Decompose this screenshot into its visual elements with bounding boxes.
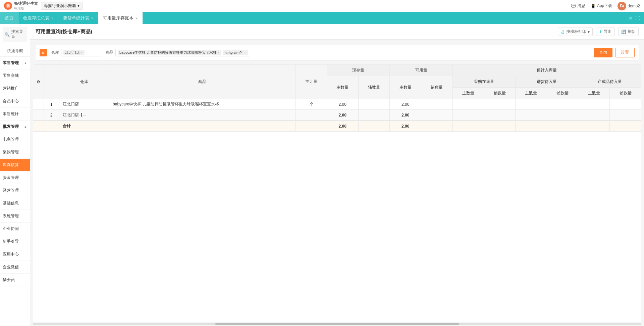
sidebar-item-purchase[interactable]: 采购管理 [0, 146, 30, 159]
tag-close-icon[interactable]: × [81, 51, 83, 54]
total-label: 合计 [59, 121, 109, 132]
tab-order-stats[interactable]: 要货单统计表 × [58, 12, 98, 24]
tag-close-icon[interactable]: × [218, 51, 220, 54]
sidebar-item-retail-stats[interactable]: 零售统计 [0, 108, 30, 121]
cell-index: 1 [44, 99, 59, 110]
cell-prod-aux [610, 110, 641, 121]
more-icon[interactable]: ··· [86, 50, 89, 55]
cell-unit [296, 110, 327, 121]
th-unit: 主计量 [296, 65, 327, 99]
sidebar-item-enterprise-wechat[interactable]: 企业微信 [0, 261, 30, 274]
th-index [44, 65, 59, 99]
th-gear[interactable]: ⚙ [33, 65, 44, 99]
tab-label: 收发存汇总表 [23, 15, 49, 21]
warehouse-filter-input[interactable]: 江北门店 × ··· [61, 49, 101, 56]
cell-avail-aux [421, 110, 453, 121]
sidebar-item-retail-mgmt[interactable]: 零售管理 ▲ [0, 57, 30, 69]
close-icon[interactable]: × [91, 16, 93, 20]
filter-product-group: 商品 babycare学饮杯 儿童防摔防撞吸管杯重力球吸嘴杯宝宝水杯 × bab… [105, 49, 250, 56]
logo-icon: 畅 [4, 2, 12, 10]
sidebar-item-enterprise-collab[interactable]: 企业协同 [0, 223, 30, 235]
print-icon: 🖨 [561, 30, 565, 34]
setting-btn[interactable]: 设置 [615, 48, 635, 57]
nav-tabs: 首页 收发存汇总表 × 要货单统计表 × 可用量库存账本 × ✕ ⛶ [0, 12, 644, 24]
cell-warehouse: 江北门店 [59, 99, 109, 110]
page-title: 可用量查询(按仓库+商品) [36, 29, 92, 35]
sidebar-item-wholesale-mgmt[interactable]: 批发管理 ▲ [0, 121, 30, 133]
phone-icon: 📱 [591, 4, 596, 8]
logo-text: 畅捷通好生意 [14, 1, 38, 6]
cell-unit: 个 [296, 99, 327, 110]
sidebar-item-onboarding[interactable]: 新手引导 [0, 235, 30, 248]
industry-selector[interactable]: 母婴行业演示账套 ▾ [41, 2, 83, 10]
print-btn[interactable]: 🖨 按模板打印 ▾ [558, 28, 593, 36]
cell-warehouse: 江北门店【... [59, 110, 109, 121]
user-menu[interactable]: Ea demo2 [618, 2, 640, 10]
sidebar-item-operations[interactable]: 经营管理 [0, 184, 30, 197]
product-tag-2: babycare? ··· [223, 50, 248, 55]
sidebar-item-system[interactable]: 系统管理 [0, 210, 30, 223]
tab-home[interactable]: 首页 [0, 12, 18, 24]
product-filter-input[interactable]: babycare学饮杯 儿童防摔防撞吸管杯重力球吸嘴杯宝宝水杯 × babyca… [115, 49, 250, 56]
total-stock-main: 2.00 [327, 121, 358, 132]
tab-label: 要货单统计表 [63, 15, 89, 21]
scroll-thumb[interactable] [215, 323, 459, 325]
cell-stock-main: 2.00 [327, 99, 358, 110]
horizontal-scrollbar[interactable] [30, 322, 644, 326]
close-all-icon[interactable]: ✕ [629, 15, 633, 21]
cell-stock-aux [358, 110, 390, 121]
table-row: 1 江北门店 babycare学饮杯 儿童防摔防撞吸管杯重力球吸嘴杯宝宝水杯 个… [33, 99, 641, 110]
chevron-up-icon: ▲ [24, 61, 27, 65]
export-btn[interactable]: ⬆ 导出 [596, 28, 615, 36]
more-icon[interactable]: ··· [243, 50, 246, 55]
cell-purchase-main [452, 110, 484, 121]
message-btn[interactable]: 💬 消息 [571, 3, 585, 9]
cell-avail-main: 2.00 [390, 110, 421, 121]
th-forecast-group: 预计入库量 [452, 65, 641, 76]
close-icon[interactable]: × [51, 16, 53, 20]
chevron-down-icon: ▾ [77, 3, 79, 8]
th-incoming-aux: 辅数量 [547, 88, 578, 99]
quick-nav-btn[interactable]: 快捷导航 [0, 45, 30, 57]
export-icon: ⬆ [599, 30, 602, 34]
total-prod-aux [610, 121, 641, 132]
tab-available-stock[interactable]: 可用量库存账本 × [98, 12, 143, 24]
filter-actions: 查询 设置 [594, 48, 635, 57]
sidebar-item-members[interactable]: 会员中心 [0, 95, 30, 108]
sidebar-item-retail-mall[interactable]: 零售商城 [0, 69, 30, 82]
cell-gear[interactable] [33, 110, 44, 121]
expand-icon[interactable]: ⛶ [635, 15, 640, 21]
total-incoming-aux [547, 121, 578, 132]
cell-purchase-main [452, 99, 484, 110]
home-tab-label: 首页 [5, 15, 13, 21]
query-btn[interactable]: 查询 [594, 48, 612, 57]
sidebar-item-inventory[interactable]: 库存核算 [0, 159, 30, 172]
filter-expand-btn[interactable]: » [40, 49, 47, 56]
search-menu-btn[interactable]: 🔍 搜索菜单 [3, 27, 27, 42]
total-incoming-main [516, 121, 547, 132]
sidebar-item-app-center[interactable]: 应用中心 [0, 248, 30, 261]
total-gear [33, 121, 44, 132]
total-prod-main [578, 121, 610, 132]
cell-prod-main [578, 99, 610, 110]
scroll-track[interactable] [33, 323, 641, 325]
refresh-btn[interactable]: 🔄 刷新 [618, 28, 639, 36]
app-download-btn[interactable]: 📱 App下载 [591, 3, 612, 9]
th-stock-group: 现存量 [327, 65, 389, 76]
refresh-icon: 🔄 [621, 30, 626, 34]
cell-stock-aux [358, 99, 390, 110]
th-incoming-main: 主数量 [516, 88, 547, 99]
cell-gear[interactable] [33, 99, 44, 110]
tab-receive-summary[interactable]: 收发存汇总表 × [18, 12, 58, 24]
th-purchase-aux: 辅数量 [484, 88, 516, 99]
sidebar-item-vip[interactable]: 畅会员 [0, 274, 30, 286]
sidebar-item-finance[interactable]: 资金管理 [0, 172, 30, 184]
sidebar-item-marketing[interactable]: 营销推广 [0, 82, 30, 95]
total-empty [44, 121, 59, 132]
sidebar-item-ecommerce[interactable]: 电商管理 [0, 133, 30, 146]
industry-label: 母婴行业演示账套 [44, 3, 76, 9]
total-unit [296, 121, 327, 132]
sidebar-item-basic-info[interactable]: 基础信息 [0, 197, 30, 210]
close-icon[interactable]: × [136, 16, 138, 20]
cell-prod-main [578, 110, 610, 121]
